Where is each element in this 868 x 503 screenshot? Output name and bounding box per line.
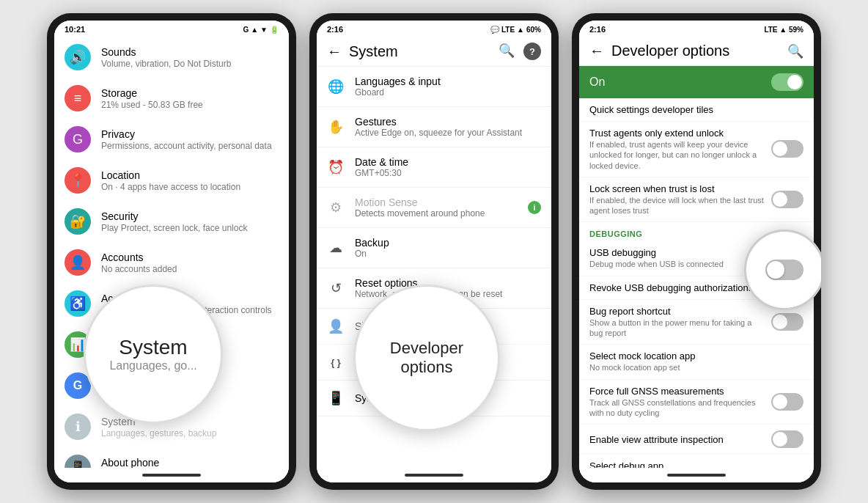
status-time-2: 2:16 xyxy=(327,25,343,34)
storage-title: Storage xyxy=(101,87,279,99)
system-item-users[interactable]: 👤 Signed in as Owner xyxy=(317,309,551,345)
about-icon: 📱 xyxy=(65,455,91,468)
search-button-2[interactable]: 🔍 xyxy=(499,43,515,60)
settings-item-accounts[interactable]: 👤 Accounts No accounts added xyxy=(54,242,289,283)
status-icons-3: LTE ▲ 59% xyxy=(764,26,803,34)
system-item-gestures[interactable]: ✋ Gestures Active Edge on, squeeze for y… xyxy=(317,107,551,147)
system-item-reset[interactable]: ↺ Reset options Network, apps, or device… xyxy=(317,268,551,309)
system-item-developer[interactable]: { } Developer options xyxy=(317,345,551,381)
system-item-languages[interactable]: 🌐 Languages & input Gboard xyxy=(317,67,551,107)
dev-item-view-attr[interactable]: Enable view attribute inspection xyxy=(579,425,814,455)
system-item-backup[interactable]: ☁ Backup On xyxy=(317,228,551,268)
dev-item-mock-location[interactable]: Select mock location app No mock locatio… xyxy=(579,345,814,379)
dev-item-trust-agents[interactable]: Trust agents only extend unlock If enabl… xyxy=(579,122,814,177)
status-time-1: 10:21 xyxy=(65,25,85,34)
settings-item-storage[interactable]: ≡ Storage 21% used - 50.83 GB free xyxy=(54,78,289,119)
about-title: About phone xyxy=(101,457,279,469)
trust-agents-toggle[interactable] xyxy=(771,140,803,158)
bottom-bar-1 xyxy=(142,474,201,477)
back-button-3[interactable]: ← xyxy=(589,43,604,59)
privacy-subtitle: Permissions, account activity, personal … xyxy=(101,141,279,151)
sounds-subtitle: Volume, vibration, Do Not Disturb xyxy=(101,59,279,69)
accounts-title: Accounts xyxy=(101,252,279,263)
digital-wellbeing-icon: 📊 xyxy=(65,331,91,358)
phone-3: 2:16 LTE ▲ 59% ← Developer options 🔍 On xyxy=(572,13,821,490)
system-item-motion[interactable]: ⚙ Motion Sense Detects movement around p… xyxy=(317,188,551,228)
back-button-2[interactable]: ← xyxy=(327,43,342,60)
gnss-toggle[interactable] xyxy=(771,393,803,411)
phone-bottom-3 xyxy=(579,468,814,482)
backup-icon: ☁ xyxy=(327,239,345,257)
accounts-subtitle: No accounts added xyxy=(101,264,279,274)
dev-on-label: On xyxy=(589,76,605,89)
dev-item-gnss[interactable]: Force full GNSS measurements Track all G… xyxy=(579,380,814,425)
privacy-title: Privacy xyxy=(101,128,279,140)
help-button-2[interactable]: ? xyxy=(523,43,541,60)
lte-icon: LTE xyxy=(501,26,515,34)
location-icon: 📍 xyxy=(65,167,91,194)
languages-icon: 🌐 xyxy=(327,78,345,95)
phone-bottom-2 xyxy=(317,468,551,482)
phone-1: 10:21 G ▲ ▼ 🔋 🔊 Sounds Volume, vibration… xyxy=(47,13,296,490)
location-title: Location xyxy=(101,169,279,181)
system-title: System xyxy=(101,416,279,427)
battery-icon: 🔋 xyxy=(270,26,279,34)
phone-bottom-1 xyxy=(54,468,289,482)
signal-2-icon: ▲ xyxy=(517,26,524,34)
google-settings-icon: G xyxy=(65,372,91,399)
dev-options-list: Quick settings developer tiles Trust age… xyxy=(579,98,814,468)
lock-screen-toggle[interactable] xyxy=(771,191,803,208)
users-icon: 👤 xyxy=(327,317,345,335)
bottom-bar-2 xyxy=(405,474,463,477)
settings-item-digital-wellbeing[interactable]: 📊 Digital Wellbeing Screen time, Wind Do… xyxy=(54,324,289,365)
system-subtitle: Languages, gestures, backup xyxy=(101,428,279,438)
settings-item-privacy[interactable]: G Privacy Permissions, account activity,… xyxy=(54,119,289,160)
app-container: 10:21 G ▲ ▼ 🔋 🔊 Sounds Volume, vibration… xyxy=(0,0,868,503)
system-item-datetime[interactable]: ⏰ Date & time GMT+05:30 xyxy=(317,147,551,188)
dev-item-bug-report[interactable]: Bug report shortcut Show a button in the… xyxy=(579,300,814,345)
search-button-3[interactable]: 🔍 xyxy=(787,43,803,59)
settings-item-security[interactable]: 🔐 Security Play Protect, screen lock, fa… xyxy=(54,201,289,242)
google-title: Google xyxy=(101,380,279,392)
status-bar-2: 2:16 💬 LTE ▲ 60% xyxy=(317,21,551,37)
settings-item-google[interactable]: G Google xyxy=(54,365,289,406)
settings-item-system[interactable]: ℹ System Languages, gestures, backup xyxy=(54,406,289,447)
system-item-update[interactable]: 📱 System update xyxy=(317,381,551,416)
motion-badge: i xyxy=(528,201,541,214)
dev-item-revoke-usb[interactable]: Revoke USB debugging authorizations xyxy=(579,276,814,300)
app-bar-2: ← System 🔍 ? xyxy=(317,37,551,67)
sounds-title: Sounds xyxy=(101,46,279,58)
gestures-icon: ✋ xyxy=(327,118,345,136)
view-attr-toggle[interactable] xyxy=(771,430,803,448)
dev-on-toggle[interactable] xyxy=(771,73,803,91)
update-icon: 📱 xyxy=(327,389,345,407)
digital-wellbeing-subtitle: Screen time, Wind Down xyxy=(101,346,279,356)
bug-report-toggle[interactable] xyxy=(771,313,803,331)
digital-wellbeing-title: Digital Wellbeing xyxy=(101,334,279,345)
dev-item-debug-app[interactable]: Select debug app xyxy=(579,455,814,468)
usb-debugging-toggle[interactable] xyxy=(771,250,803,268)
settings-item-sounds[interactable]: 🔊 Sounds Volume, vibration, Do Not Distu… xyxy=(54,37,289,78)
storage-subtitle: 21% used - 50.83 GB free xyxy=(101,100,279,110)
google-icon: G xyxy=(243,26,249,34)
debugging-section-header: DEBUGGING xyxy=(579,222,814,241)
settings-item-about[interactable]: 📱 About phone Pixel 4 XL xyxy=(54,447,289,468)
phone-2: 2:16 💬 LTE ▲ 60% ← System 🔍 ? xyxy=(309,13,559,490)
security-subtitle: Play Protect, screen lock, face unlock xyxy=(101,223,279,233)
whatsapp-icon: 💬 xyxy=(490,26,499,34)
developer-icon: { } xyxy=(327,353,345,371)
status-bar-1: 10:21 G ▲ ▼ 🔋 xyxy=(54,21,289,37)
dev-item-quick-settings[interactable]: Quick settings developer tiles xyxy=(579,98,814,122)
settings-item-location[interactable]: 📍 Location On · 4 apps have access to lo… xyxy=(54,160,289,201)
accessibility-subtitle: Screen readers, display, interaction con… xyxy=(101,305,279,315)
status-bar-3: 2:16 LTE ▲ 59% xyxy=(579,21,814,37)
signal-icon: ▼ xyxy=(260,26,268,34)
location-subtitle: On · 4 apps have access to location xyxy=(101,182,279,192)
settings-item-accessibility[interactable]: ♿ Accessibility Screen readers, display,… xyxy=(54,283,289,324)
battery-2-icon: 60% xyxy=(526,26,541,34)
screen-title-2: System xyxy=(349,43,499,60)
dev-item-usb-debugging[interactable]: USB debugging Debug mode when USB is con… xyxy=(579,241,814,276)
motion-icon: ⚙ xyxy=(327,199,345,216)
dev-item-lock-screen[interactable]: Lock screen when trust is lost If enable… xyxy=(579,177,814,223)
dev-on-header: On xyxy=(579,66,814,98)
